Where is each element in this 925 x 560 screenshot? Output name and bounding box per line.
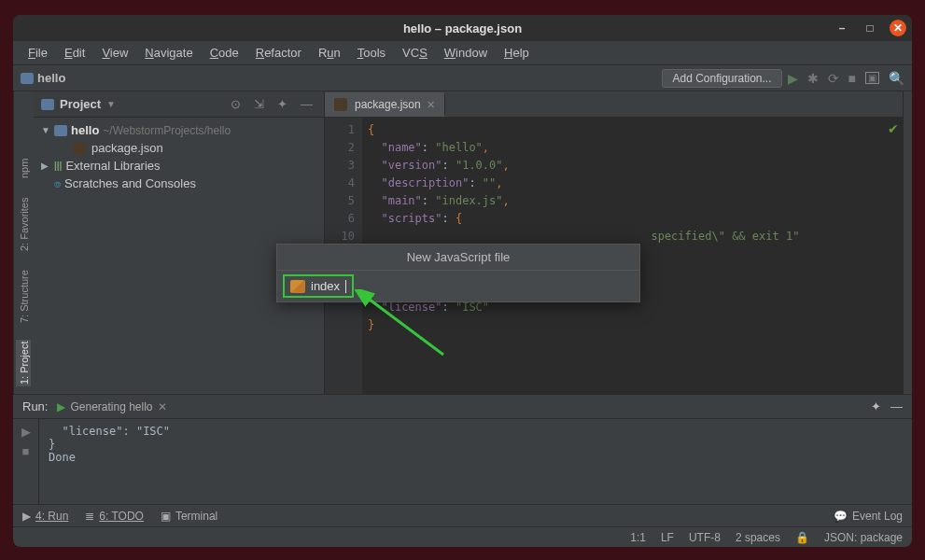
bottom-tab-eventlog[interactable]: 💬 Event Log <box>834 510 903 523</box>
right-gutter <box>903 91 912 394</box>
layout-icon[interactable]: ▣ <box>865 72 879 84</box>
minimize-button[interactable]: – <box>834 20 850 36</box>
tree-file-label: package.json <box>91 141 163 155</box>
status-caret-pos[interactable]: 1:1 <box>630 531 646 544</box>
editor-tabs: package.json ✕ <box>325 91 903 118</box>
tool-tab-npm[interactable]: npm <box>17 157 32 180</box>
run-output: ▶ ■ "license": "ISC" } Done <box>13 419 912 504</box>
maximize-button[interactable]: □ <box>862 20 878 36</box>
popup-title: New JavaScript file <box>277 245 639 271</box>
run-text[interactable]: "license": "ISC" } Done <box>39 419 912 504</box>
bottom-tool-tabs: ▶ 4: Run ≣ 6: TODO ▣ Terminal 💬 Event Lo… <box>13 504 912 526</box>
tool-tab-project[interactable]: 1: Project <box>17 340 32 386</box>
play-icon: ▶ <box>57 400 65 413</box>
popup-body: index <box>277 271 639 301</box>
bottom-tab-run[interactable]: ▶ 4: Run <box>22 510 68 523</box>
json-file-icon <box>73 142 86 155</box>
expand-icon[interactable]: ▶ <box>41 161 50 171</box>
tree-external-libraries[interactable]: ▶ ||| External Libraries <box>34 157 324 175</box>
run-hide-icon[interactable]: — <box>890 399 903 413</box>
tree-root[interactable]: ▼ hello ~/WebstormProjects/hello <box>34 121 324 139</box>
tab-package-json[interactable]: package.json ✕ <box>325 92 445 117</box>
close-icon[interactable]: ✕ <box>158 400 167 413</box>
hide-panel-icon[interactable]: — <box>297 97 316 111</box>
status-encoding[interactable]: UTF-8 <box>689 531 721 544</box>
tree-root-path: ~/WebstormProjects/hello <box>103 124 231 137</box>
rerun-icon[interactable]: ▶ <box>21 425 31 439</box>
window-title: hello – package.json <box>403 21 522 35</box>
run-label: Run: <box>22 399 48 413</box>
settings-icon[interactable]: ✦ <box>273 97 291 111</box>
breadcrumb-text: hello <box>37 71 65 85</box>
filename-text: index <box>311 279 340 293</box>
tab-label: package.json <box>355 98 421 111</box>
menu-tools[interactable]: Tools <box>350 43 393 63</box>
run-config-name[interactable]: ▶ Generating hello ✕ <box>57 400 166 413</box>
stop-icon[interactable]: ■ <box>848 71 856 86</box>
javascript-file-icon <box>290 280 305 293</box>
tree-label: External Libraries <box>65 159 160 173</box>
folder-icon <box>21 73 34 84</box>
json-file-icon <box>334 98 347 111</box>
menu-edit[interactable]: Edit <box>57 43 92 63</box>
run-panel-header: Run: ▶ Generating hello ✕ ✦ — <box>13 395 912 419</box>
tree-file-package-json[interactable]: package.json <box>34 139 324 157</box>
left-tool-tabs: 1: Project 7: Structure 2: Favorites npm <box>13 91 34 394</box>
bottom-tab-todo[interactable]: ≣ 6: TODO <box>85 510 144 523</box>
run-panel: Run: ▶ Generating hello ✕ ✦ — ▶ ■ "licen… <box>13 394 912 504</box>
expand-all-icon[interactable]: ⇲ <box>250 97 268 111</box>
close-button[interactable]: ✕ <box>890 20 906 36</box>
menu-file[interactable]: File <box>21 43 55 63</box>
project-panel: Project ▼ ⊙ ⇲ ✦ — ▼ hello ~/WebstormProj… <box>34 91 325 394</box>
menu-window[interactable]: Window <box>437 43 495 63</box>
new-file-popup: New JavaScript file index <box>276 244 640 302</box>
expand-icon[interactable]: ▼ <box>41 125 50 135</box>
tool-tab-favorites[interactable]: 2: Favorites <box>17 195 32 252</box>
statusbar: 1:1 LF UTF-8 2 spaces 🔒 JSON: package <box>13 526 912 547</box>
tree-root-name: hello <box>71 123 99 137</box>
project-icon <box>41 99 54 110</box>
add-configuration-button[interactable]: Add Configuration... <box>662 69 781 88</box>
run-settings-icon[interactable]: ✦ <box>871 399 881 413</box>
project-panel-title: Project <box>60 97 101 111</box>
menu-view[interactable]: View <box>94 43 135 63</box>
tree-scratches[interactable]: ⌾ Scratches and Consoles <box>34 175 324 192</box>
menubar: File Edit View Navigate Code Refactor Ru… <box>13 41 912 65</box>
run-gutter-icons: ▶ ■ <box>13 419 39 504</box>
breadcrumb[interactable]: hello <box>21 71 65 85</box>
project-view-dropdown[interactable]: ▼ <box>106 99 116 109</box>
status-indent[interactable]: 2 spaces <box>736 531 780 544</box>
menu-vcs[interactable]: VCS <box>395 43 435 63</box>
titlebar: hello – package.json – □ ✕ <box>13 15 912 41</box>
menu-run[interactable]: Run <box>311 43 348 63</box>
coverage-icon[interactable]: ⟳ <box>828 71 839 86</box>
bottom-tab-terminal[interactable]: ▣ Terminal <box>161 510 217 523</box>
debug-icon[interactable]: ✱ <box>807 71 819 86</box>
menu-refactor[interactable]: Refactor <box>248 43 309 63</box>
libraries-icon: ||| <box>54 161 62 171</box>
tree-label: Scratches and Consoles <box>64 176 196 190</box>
menu-code[interactable]: Code <box>203 43 246 63</box>
project-panel-header: Project ▼ ⊙ ⇲ ✦ — <box>34 91 324 118</box>
status-line-ending[interactable]: LF <box>661 531 674 544</box>
scroll-from-source-icon[interactable]: ⊙ <box>227 97 245 111</box>
run-icon[interactable]: ▶ <box>788 71 798 86</box>
scratches-icon: ⌾ <box>54 177 61 190</box>
filename-input[interactable]: index <box>283 274 354 298</box>
project-tree: ▼ hello ~/WebstormProjects/hello package… <box>34 118 324 196</box>
close-tab-icon[interactable]: ✕ <box>427 99 435 111</box>
readonly-lock-icon[interactable]: 🔒 <box>795 531 809 544</box>
menu-help[interactable]: Help <box>497 43 537 63</box>
main-area: 1: Project 7: Structure 2: Favorites npm… <box>13 91 912 394</box>
search-icon[interactable]: 🔍 <box>889 71 904 86</box>
stop-run-icon[interactable]: ■ <box>22 444 30 458</box>
menu-navigate[interactable]: Navigate <box>137 43 200 63</box>
editor-area: package.json ✕ ✔ 1 2 3 4 5 6 10 11 12 { … <box>325 91 903 394</box>
status-language[interactable]: JSON: package <box>824 531 903 544</box>
tool-tab-structure[interactable]: 7: Structure <box>17 268 32 325</box>
folder-icon <box>54 125 67 136</box>
navbar: hello Add Configuration... ▶ ✱ ⟳ ■ ▣ 🔍 <box>13 65 912 91</box>
